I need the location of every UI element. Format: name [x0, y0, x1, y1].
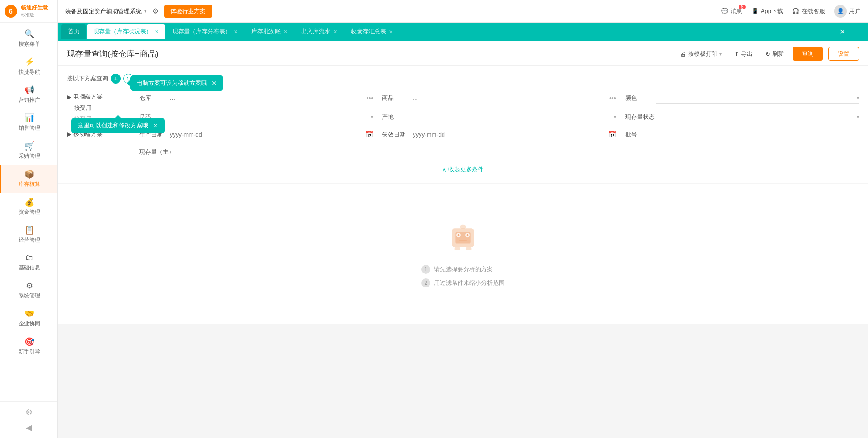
app-download-action[interactable]: 📱 App下载: [751, 7, 783, 15]
tab-stock-status-label: 现存量（库存状况表）: [93, 28, 152, 36]
tab-collect-summary-close-icon[interactable]: ✕: [389, 29, 393, 35]
marketing-icon: 📢: [24, 85, 34, 95]
scheme-popover-close[interactable]: ✕: [212, 80, 217, 87]
filter-panel: 按以下方案查询 + ↻ ◄◄ 电脑方案可设为移动方案哦 ✕: [58, 66, 868, 183]
sidebar-item-base-info[interactable]: 🗂 基础信息: [0, 249, 57, 276]
avatar: 👤: [834, 5, 847, 18]
quick-nav-icon: ⚡: [24, 57, 34, 67]
scheme-item-1[interactable]: 接受用: [67, 103, 124, 113]
expiry-date-cal-icon[interactable]: 📅: [609, 131, 616, 138]
search-button[interactable]: 查询: [793, 47, 823, 61]
scheme-group-desktop-header[interactable]: ▶ 电脑端方案: [67, 91, 124, 103]
product-input[interactable]: [413, 93, 609, 103]
tab-stock-status-close-icon[interactable]: ✕: [155, 29, 159, 35]
tab-inout-flow-close-icon[interactable]: ✕: [333, 29, 337, 35]
tab-close-all-icon[interactable]: ✕: [837, 27, 848, 37]
svg-point-6: [458, 234, 460, 236]
tab-stock-status[interactable]: 现存量（库存状况表） ✕: [87, 24, 165, 39]
size-field: 尺码 ▾: [139, 112, 373, 122]
production-date-input[interactable]: [170, 131, 365, 138]
purchase-icon: 🛒: [24, 141, 34, 151]
reset-button[interactable]: 设置: [828, 47, 859, 61]
sidebar-item-cooperation[interactable]: 🤝 企业协同: [0, 304, 57, 332]
expiry-date-input[interactable]: [413, 131, 608, 138]
online-service-action[interactable]: 🎧 在线客服: [792, 7, 825, 15]
tab-batch-account-close-icon[interactable]: ✕: [283, 29, 288, 35]
print-action[interactable]: 🖨 按模板打印 ▾: [677, 48, 725, 60]
app-logo-icon: 6: [4, 4, 18, 19]
edit-popover-text: 这里可以创建和修改方案哦: [78, 122, 148, 130]
page-actions: 🖨 按模板打印 ▾ ⬆ 导出 ↻ 刷新 查询 设置: [677, 47, 859, 61]
size-input[interactable]: [170, 113, 371, 120]
tab-home[interactable]: 首页: [61, 24, 86, 39]
refresh-label: 刷新: [772, 50, 784, 58]
experience-button[interactable]: 体验行业方案: [164, 5, 212, 18]
sales-icon: 📊: [24, 113, 34, 123]
stock-main-label: 现存量（主）: [139, 148, 175, 156]
batch-input[interactable]: [656, 129, 859, 140]
collapse-bar[interactable]: ∧ 收起更多条件: [67, 161, 859, 176]
sidebar: 6 畅通好生意 标准版 🔍 搜索菜单 ⚡ 快捷导航 📢 营销推广 📊 销售管理 …: [0, 0, 58, 438]
edit-popover-close[interactable]: ✕: [153, 122, 158, 129]
sidebar-item-finance[interactable]: 💰 资金管理: [0, 193, 57, 221]
stock-main-from-input[interactable]: [178, 148, 231, 155]
tab-stock-dist[interactable]: 现存量（库存分布表） ✕: [166, 24, 244, 39]
tabs-bar: 首页 现存量（库存状况表） ✕ 现存量（库存分布表） ✕ 库存批次账 ✕ 出入库…: [58, 23, 868, 41]
user-label: 用户: [849, 7, 861, 15]
user-action[interactable]: 👤 用户: [834, 5, 861, 18]
desktop-triangle-icon: ▶: [67, 94, 71, 100]
svg-rect-9: [455, 247, 460, 250]
sidebar-item-sys-settings[interactable]: ⚙ 系统管理: [0, 276, 57, 304]
production-date-cal-icon[interactable]: 📅: [365, 131, 373, 138]
stock-icon: 📦: [24, 169, 34, 179]
origin-input[interactable]: [413, 113, 613, 120]
sidebar-item-sales[interactable]: 📊 销售管理: [0, 108, 57, 137]
empty-hints: 1 请先选择要分析的方案 2 用过滤条件来缩小分析范围: [421, 265, 505, 287]
sidebar-item-quick-nav[interactable]: ⚡ 快捷导航: [0, 52, 57, 80]
mobile-triangle-icon: ▶: [67, 131, 71, 137]
tab-stock-dist-close-icon[interactable]: ✕: [234, 29, 238, 35]
empty-hint-2: 2 用过滤条件来缩小分析范围: [421, 278, 505, 287]
refresh-icon: ↻: [765, 51, 770, 57]
add-scheme-icon[interactable]: +: [111, 74, 121, 84]
print-label: 按模板打印: [688, 50, 717, 58]
tab-batch-account[interactable]: 库存批次账 ✕: [245, 24, 294, 39]
tab-maximize-icon[interactable]: ⛶: [852, 27, 864, 37]
sidebar-bottom: ⚙ ◀: [0, 401, 57, 438]
app-name: 畅通好生意: [21, 4, 48, 12]
header-settings-icon[interactable]: ⚙: [152, 7, 159, 15]
page-header: 现存量查询(按仓库+商品) 🖨 按模板打印 ▾ ⬆ 导出 ↻ 刷新 查询 设置: [58, 41, 868, 66]
svg-text:6: 6: [9, 8, 13, 15]
tab-collect-summary[interactable]: 收发存汇总表 ✕: [344, 24, 399, 39]
message-action[interactable]: 💬 消息 6: [721, 7, 742, 15]
guide-icon: 🎯: [24, 337, 34, 347]
expiry-date-label: 失效日期: [382, 131, 409, 139]
sidebar-item-marketing[interactable]: 📢 营销推广: [0, 80, 57, 108]
sidebar-item-operations[interactable]: 📋 经营管理: [0, 221, 57, 249]
sys-settings-icon: ⚙: [26, 281, 33, 291]
stock-main-to-input[interactable]: [244, 148, 296, 155]
color-input[interactable]: [656, 94, 857, 101]
export-action[interactable]: ⬆ 导出: [731, 48, 756, 60]
sidebar-item-purchase[interactable]: 🛒 采购管理: [0, 137, 57, 165]
collapse-sidebar-icon[interactable]: ◀: [26, 423, 32, 433]
origin-field: 产地 ▾: [382, 112, 616, 122]
sidebar-item-stock[interactable]: 📦 库存核算: [0, 165, 57, 193]
operations-icon: 📋: [24, 225, 34, 235]
product-label: 商品: [382, 94, 409, 102]
expiry-date-field: 失效日期 📅: [382, 129, 616, 140]
sidebar-item-guide[interactable]: 🎯 新手引导: [0, 332, 57, 360]
stock-status-input[interactable]: [658, 113, 857, 120]
export-label: 导出: [741, 50, 753, 58]
warehouse-input[interactable]: [170, 93, 367, 103]
sidebar-item-search-menu[interactable]: 🔍 搜索菜单: [0, 24, 57, 52]
base-info-icon: 🗂: [25, 253, 33, 263]
color-field: 颜色 ▾: [625, 91, 859, 105]
hint-num-2: 2: [421, 278, 430, 287]
tab-inout-flow[interactable]: 出入库流水 ✕: [295, 24, 344, 39]
settings-bottom-icon[interactable]: ⚙: [25, 407, 33, 417]
stock-main-dash: —: [231, 148, 244, 155]
refresh-action[interactable]: ↻ 刷新: [762, 48, 788, 60]
stock-status-label: 现存量状态: [625, 113, 655, 121]
tab-inout-flow-label: 出入库流水: [301, 28, 330, 36]
